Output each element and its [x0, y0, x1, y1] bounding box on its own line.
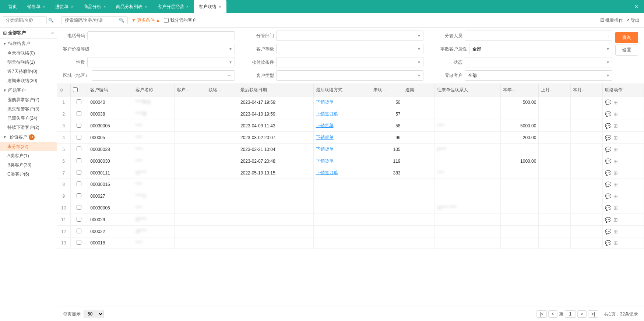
message-icon[interactable]: 💬: [605, 111, 611, 117]
sidebar-item-churned[interactable]: 已流失客户(24): [0, 114, 57, 123]
tab-product-analysis[interactable]: 商品分析 ×: [78, 0, 111, 13]
window-close-button[interactable]: ×: [632, 3, 641, 10]
close-icon[interactable]: ×: [186, 4, 189, 9]
sidebar-item-class-a[interactable]: A类客户(1): [0, 151, 57, 160]
checkbox-header[interactable]: [70, 84, 88, 96]
reset-button[interactable]: 设置: [615, 45, 638, 56]
settings-header[interactable]: ⚙: [57, 84, 70, 96]
sidebar-group-value[interactable]: ▼ 价值客户 ↺: [0, 132, 57, 142]
my-customers-check[interactable]: [164, 18, 169, 23]
row-select-checkbox[interactable]: [77, 135, 81, 140]
grid-action-icon[interactable]: ⊞: [613, 158, 618, 164]
status-select[interactable]: ▾: [465, 57, 612, 67]
message-icon[interactable]: 💬: [605, 217, 611, 223]
tab-purchase[interactable]: 进货单 ×: [50, 0, 78, 13]
manager-select[interactable]: ···: [465, 31, 612, 41]
export-btn[interactable]: ↗ 导出: [626, 17, 640, 24]
region-select[interactable]: ···: [92, 70, 235, 81]
tab-sales[interactable]: 销售单 ×: [22, 0, 50, 13]
grid-action-icon[interactable]: ⊞: [613, 193, 618, 199]
close-icon[interactable]: ×: [103, 4, 106, 9]
sidebar-item-declining[interactable]: 持续下滑客户(2): [0, 123, 57, 132]
settings-icon[interactable]: ⚙: [59, 88, 63, 93]
row-select-checkbox[interactable]: [77, 158, 81, 163]
row-select-checkbox[interactable]: [77, 181, 81, 186]
message-icon[interactable]: 💬: [605, 240, 611, 246]
message-icon[interactable]: 💬: [605, 205, 611, 211]
row-last-way[interactable]: 下销货单: [313, 120, 371, 132]
grid-action-icon[interactable]: ⊞: [613, 181, 618, 187]
row-select-checkbox[interactable]: [77, 123, 81, 128]
row-select-checkbox[interactable]: [77, 229, 81, 233]
message-icon[interactable]: 💬: [605, 135, 611, 141]
dept-select[interactable]: ▾: [276, 31, 424, 41]
row-last-way[interactable]: 下销货单: [313, 155, 371, 167]
phone-input[interactable]: [87, 31, 235, 40]
grid-action-icon[interactable]: ⊞: [613, 99, 618, 105]
sidebar-item-class-b[interactable]: B类客户(33): [0, 160, 57, 170]
grid-action-icon[interactable]: ⊞: [613, 135, 618, 141]
row-select-checkbox[interactable]: [77, 170, 81, 175]
row-checkbox[interactable]: [70, 190, 88, 202]
retail-select[interactable]: 全部▾: [465, 70, 612, 81]
message-icon[interactable]: 💬: [605, 181, 611, 187]
next-page-btn[interactable]: >: [577, 310, 587, 318]
query-button[interactable]: 查询: [615, 32, 638, 43]
row-checkbox[interactable]: [70, 132, 88, 144]
row-select-checkbox[interactable]: [77, 147, 81, 151]
tab-home[interactable]: 首页: [3, 0, 22, 13]
row-select-checkbox[interactable]: [77, 217, 81, 222]
sidebar-item-churn-warning[interactable]: 流失预警客户(3): [0, 105, 57, 114]
collapse-icon[interactable]: «: [51, 31, 54, 36]
tab-customer-layer[interactable]: 客户分层经营 ×: [152, 0, 194, 13]
close-icon[interactable]: ×: [71, 4, 73, 9]
row-last-way[interactable]: 下销货单: [313, 96, 371, 108]
sidebar-item-today[interactable]: 今天待联络(0): [0, 49, 57, 58]
message-icon[interactable]: 💬: [605, 170, 611, 176]
per-page-select[interactable]: 50 100 200: [84, 310, 104, 318]
batch-operation-btn[interactable]: ☑ 批量操作: [600, 17, 623, 24]
select-all-checkbox[interactable]: [73, 87, 78, 92]
price-level-select[interactable]: ▾: [92, 44, 235, 54]
sidebar-item-unclassified[interactable]: 未分组(32): [0, 142, 57, 151]
row-select-checkbox[interactable]: [77, 111, 81, 116]
grid-action-icon[interactable]: ⊞: [613, 123, 618, 129]
row-checkbox[interactable]: [70, 144, 88, 155]
payment-select[interactable]: ▾: [276, 57, 424, 67]
row-select-checkbox[interactable]: [77, 99, 81, 104]
sidebar-item-class-c[interactable]: C类客户(6): [0, 170, 57, 179]
grid-action-icon[interactable]: ⊞: [613, 170, 618, 176]
tab-customer-contact[interactable]: 客户联络 ×: [194, 0, 226, 13]
sidebar-item-week[interactable]: 近7天待联络(0): [0, 67, 57, 76]
row-select-checkbox[interactable]: [77, 240, 81, 245]
message-icon[interactable]: 💬: [605, 229, 611, 234]
row-last-way[interactable]: 下销售订单: [313, 108, 371, 120]
close-icon[interactable]: ×: [145, 4, 147, 9]
row-checkbox[interactable]: [70, 226, 88, 237]
sidebar-search-input[interactable]: [3, 16, 47, 24]
row-last-way[interactable]: 下销售订单: [313, 167, 371, 179]
grid-action-icon[interactable]: ⊞: [613, 205, 618, 211]
my-customers-checkbox[interactable]: 我分管的客户: [164, 17, 197, 24]
grid-action-icon[interactable]: ⊞: [613, 111, 618, 117]
row-checkbox[interactable]: [70, 120, 88, 132]
message-icon[interactable]: 💬: [605, 193, 611, 199]
row-last-way[interactable]: [313, 190, 371, 202]
sidebar-group-pending[interactable]: ▼ 待联络客户: [0, 39, 57, 49]
first-page-btn[interactable]: |<: [536, 310, 547, 318]
page-number-input[interactable]: [565, 310, 576, 318]
tab-product-analysis-list[interactable]: 商品分析列表 ×: [111, 0, 152, 13]
row-checkbox[interactable]: [70, 237, 88, 249]
row-checkbox[interactable]: [70, 108, 88, 120]
row-last-way[interactable]: [313, 214, 371, 226]
customer-level-select[interactable]: ▾: [276, 44, 424, 54]
row-last-way[interactable]: 下销货单: [313, 132, 371, 144]
close-icon[interactable]: ×: [219, 4, 221, 9]
row-last-way[interactable]: [313, 237, 371, 249]
customer-type-select[interactable]: ▾: [276, 70, 424, 81]
grid-action-icon[interactable]: ⊞: [613, 147, 618, 152]
sidebar-all-customers[interactable]: ⊞ 全部客户 «: [0, 28, 57, 39]
sidebar-item-tomorrow[interactable]: 明天待联络(1): [0, 58, 57, 67]
grid-action-icon[interactable]: ⊞: [613, 240, 618, 246]
close-icon[interactable]: ×: [43, 4, 45, 9]
